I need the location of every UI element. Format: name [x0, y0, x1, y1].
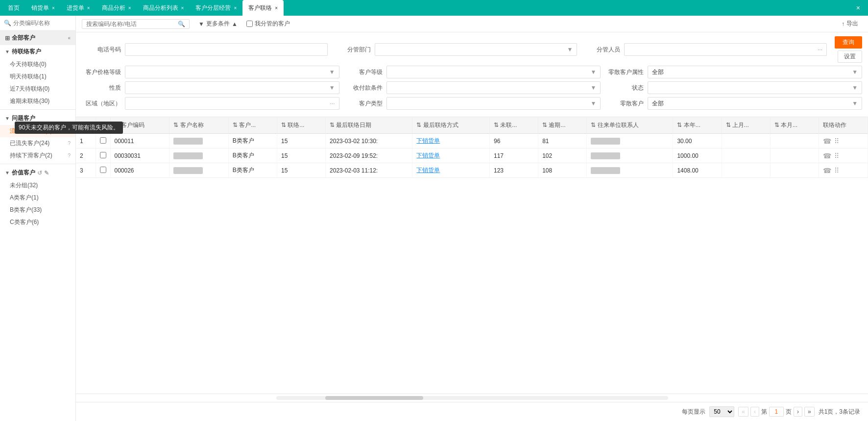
filter-search-icon[interactable]: 🔍 — [178, 21, 185, 27]
tab-customer-segment[interactable]: 客户分层经营 × — [190, 0, 242, 16]
tab-product-analysis[interactable]: 商品分析 × — [96, 0, 137, 16]
cell-last-method[interactable]: 下销货单 — [412, 134, 490, 149]
next-page-btn[interactable]: › — [794, 407, 802, 417]
per-page-select[interactable]: 50 20 100 — [709, 406, 734, 417]
th-unit-contact[interactable]: ⇅ 往来单位联系人 — [587, 117, 673, 134]
tab-purchase[interactable]: 进货单 × — [61, 0, 96, 16]
th-overdue[interactable]: ⇅ 逾期... — [538, 117, 587, 134]
refresh-icon[interactable]: ↺ — [37, 170, 42, 176]
more-action-icon[interactable]: ⠿ — [834, 137, 839, 145]
window-close-btn[interactable]: × — [850, 4, 866, 12]
table-scrollbar[interactable] — [76, 394, 868, 402]
row-checkbox[interactable] — [100, 137, 106, 144]
more-action-icon[interactable]: ⠿ — [834, 152, 839, 160]
price-level-select[interactable]: ▼ — [125, 66, 339, 78]
sidebar-item-tomorrow-contact[interactable]: 明天待联络(1) — [0, 71, 75, 83]
status-select[interactable]: ▼ — [648, 81, 862, 94]
sidebar-item-overdue-contact[interactable]: 逾期未联络(30) — [0, 95, 75, 107]
cell-checkbox[interactable] — [96, 163, 110, 178]
person-label: 分管人员 — [581, 46, 620, 54]
sidebar-group-value-customers[interactable]: ▼ 价值客户 ↺ ✎ — [0, 166, 75, 179]
settings-btn[interactable]: 设置 — [838, 50, 862, 63]
my-customers-checkbox[interactable] — [246, 21, 253, 27]
cell-last-method[interactable]: 下销货单 — [412, 149, 490, 163]
row-checkbox[interactable] — [100, 167, 106, 173]
cell-code: 00030031 — [110, 149, 169, 163]
arrow-icon-3: ▼ — [5, 170, 10, 175]
cell-checkbox[interactable] — [96, 149, 110, 163]
th-last-method[interactable]: ⇅ 最后联络方式 — [412, 117, 490, 134]
sidebar-item-continuous-decline[interactable]: 持续下滑客户(2) ? — [0, 149, 75, 162]
region-select[interactable]: ··· — [125, 97, 339, 110]
phone-action-icon[interactable]: ☎ — [823, 152, 831, 160]
th-this-month[interactable]: ⇅ 本月... — [770, 117, 819, 134]
payment-select[interactable]: ▼ — [386, 81, 601, 94]
total-info: 共1页，3条记录 — [819, 408, 860, 416]
zero-customer-select[interactable]: 全部 ▼ — [648, 97, 862, 110]
sidebar-group-pending-contact[interactable]: ▼ 待联络客户 — [0, 45, 75, 58]
th-this-year[interactable]: ⇅ 本年... — [673, 117, 722, 134]
sidebar-item-class-b[interactable]: B类客户(33) — [0, 204, 75, 216]
close-tab-product-analysis[interactable]: × — [128, 5, 131, 11]
close-tab-sales[interactable]: × — [52, 5, 55, 11]
sidebar-item-today-contact[interactable]: 今天待联络(0) — [0, 58, 75, 71]
person-select[interactable]: ··· — [624, 43, 827, 56]
export-btn[interactable]: ↑ 导出 — [838, 19, 862, 29]
th-name[interactable]: ⇅ 客户名称 — [169, 117, 229, 134]
cell-last-method[interactable]: 下销货单 — [412, 163, 490, 178]
th-last-date[interactable]: ⇅ 最后联络日期 — [326, 117, 412, 134]
row-checkbox[interactable] — [100, 152, 106, 158]
close-tab-product-analysis-list[interactable]: × — [181, 5, 184, 11]
name-blurred — [173, 152, 203, 159]
sidebar-item-class-c[interactable]: C类客户(6) — [0, 216, 75, 228]
tab-sales[interactable]: 销货单 × — [25, 0, 61, 16]
gender-down-arrow: ▼ — [329, 84, 335, 91]
dept-select[interactable]: ▼ — [375, 43, 578, 56]
last-method-link[interactable]: 下销货单 — [416, 152, 440, 159]
close-tab-customer-contact[interactable]: × — [275, 5, 278, 11]
last-method-link[interactable]: 下销货单 — [416, 137, 440, 144]
customer-level-select[interactable]: ▼ — [386, 66, 601, 78]
th-contact[interactable]: ⇅ 联络... — [277, 117, 325, 134]
cell-contact: 15 — [277, 163, 325, 178]
phone-action-icon[interactable]: ☎ — [823, 167, 831, 174]
scrollbar-track[interactable] — [276, 396, 668, 400]
dept-label: 分管部门 — [332, 46, 371, 54]
sidebar-item-week-contact[interactable]: 近7天待联络(0) — [0, 83, 75, 95]
filter-search-input[interactable] — [86, 21, 178, 27]
cell-this-year: 1000.00 — [673, 149, 722, 163]
search-btn[interactable]: 查询 — [835, 36, 862, 49]
first-page-btn[interactable]: « — [738, 407, 748, 417]
sidebar-item-class-a[interactable]: A类客户(1) — [0, 192, 75, 204]
page-input[interactable] — [769, 407, 784, 417]
customer-type-select[interactable]: ▼ — [386, 97, 601, 110]
th-uncontacted[interactable]: ⇅ 未联... — [490, 117, 538, 134]
more-action-icon[interactable]: ⠿ — [834, 167, 839, 174]
last-method-link[interactable]: 下销货单 — [416, 167, 440, 173]
tab-home[interactable]: 首页 — [2, 0, 25, 16]
close-tab-customer-segment[interactable]: × — [234, 5, 237, 11]
phone-input[interactable] — [125, 43, 328, 56]
edit-icon[interactable]: ✎ — [44, 170, 49, 176]
close-tab-purchase[interactable]: × — [87, 5, 90, 11]
sidebar-collapse-btn[interactable]: « — [68, 35, 71, 41]
my-customers-checkbox-label[interactable]: 我分管的客户 — [246, 20, 290, 28]
last-page-btn[interactable]: » — [804, 407, 815, 417]
filter-bar: 🔍 ▼ 更多条件 ▲ 我分管的客户 ↑ 导出 — [76, 16, 868, 32]
sidebar-search-input[interactable] — [13, 20, 72, 26]
phone-action-icon[interactable]: ☎ — [823, 137, 831, 145]
prev-page-btn[interactable]: ‹ — [750, 407, 759, 417]
sidebar-item-already-lost[interactable]: 已流失客户(24) ? — [0, 137, 75, 149]
th-last-month[interactable]: ⇅ 上月... — [722, 117, 770, 134]
sidebar-item-unclassified[interactable]: 未分组(32) — [0, 179, 75, 192]
all-customers-header[interactable]: ⊞ 全部客户 « — [0, 31, 75, 45]
zero-attr-select[interactable]: 全部 ▼ — [648, 66, 862, 78]
dept-down-arrow: ▼ — [567, 46, 573, 53]
more-conditions-btn[interactable]: ▼ 更多条件 ▲ — [194, 19, 241, 29]
tab-product-analysis-list[interactable]: 商品分析列表 × — [137, 0, 190, 16]
cell-checkbox[interactable] — [96, 134, 110, 149]
gender-select[interactable]: ▼ — [125, 81, 339, 94]
scrollbar-thumb[interactable] — [325, 396, 423, 400]
th-type[interactable]: ⇅ 客户... — [228, 117, 277, 134]
tab-customer-contact[interactable]: 客户联络 × — [242, 0, 284, 16]
